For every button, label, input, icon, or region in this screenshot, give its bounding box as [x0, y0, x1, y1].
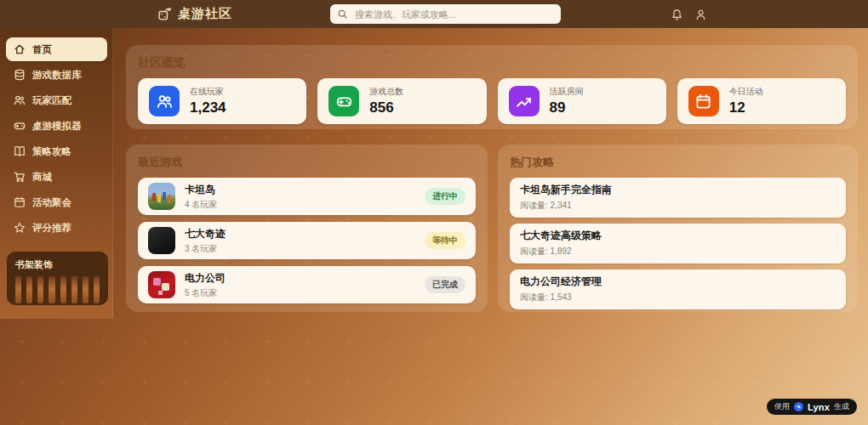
overview-panel: 社区概览 在线玩家 1,234: [126, 45, 858, 129]
gamepad-icon: [328, 86, 359, 116]
database-icon: [14, 69, 26, 81]
stat-card-total-games: 游戏总数 856: [317, 78, 486, 124]
sidebar-item-shop[interactable]: 商城: [6, 165, 107, 189]
calendar-icon: [14, 196, 26, 208]
recent-games-panel: 最近游戏 卡坦岛 4 名玩家 进行中 七大奇迹 3 名玩家 等待中 电力公司 5…: [126, 144, 488, 312]
sidebar-item-label: 玩家匹配: [32, 94, 71, 107]
sidebar-item-label: 活动聚会: [32, 196, 71, 209]
sidebar-item-game-database[interactable]: 游戏数据库: [6, 63, 107, 87]
top-bar: 桌游社区: [0, 0, 868, 28]
status-badge: 进行中: [425, 188, 465, 205]
stat-value: 856: [369, 99, 403, 116]
sidebar-item-label: 游戏数据库: [32, 69, 82, 82]
search-icon: [337, 8, 348, 20]
game-thumbnail: [148, 227, 175, 254]
lynx-badge-brand: Lynx: [808, 402, 830, 412]
open-book-icon: [14, 145, 26, 157]
guide-reads: 阅读量: 1,892: [520, 246, 836, 258]
game-players: 5 名玩家: [185, 287, 226, 299]
stat-label: 在线玩家: [190, 86, 226, 98]
game-row-7wonders[interactable]: 七大奇迹 3 名玩家 等待中: [138, 222, 476, 259]
popular-guides-panel: 热门攻略 卡坦岛新手完全指南 阅读量: 2,341 七大奇迹高级策略 阅读量: …: [498, 144, 858, 312]
bookshelf-title: 书架装饰: [15, 258, 100, 271]
bookshelf-card: 书架装饰: [7, 252, 108, 305]
lynx-badge-suffix: 生成: [834, 401, 849, 412]
sidebar-item-label: 评分推荐: [32, 222, 71, 235]
gamepad-icon: [14, 120, 26, 132]
stat-value: 12: [729, 99, 763, 116]
popular-guides-title: 热门攻略: [510, 155, 846, 170]
stat-value: 1,234: [190, 99, 226, 116]
game-row-catan[interactable]: 卡坦岛 4 名玩家 进行中: [138, 178, 476, 215]
game-thumbnail: [148, 183, 175, 210]
stat-label: 游戏总数: [369, 86, 403, 98]
cart-icon: [14, 171, 26, 183]
guide-card[interactable]: 七大奇迹高级策略 阅读量: 1,892: [510, 224, 846, 264]
sidebar-item-player-matching[interactable]: 玩家匹配: [6, 88, 107, 112]
home-icon: [14, 43, 26, 55]
overview-title: 社区概览: [138, 55, 846, 71]
star-icon: [14, 222, 26, 234]
guide-reads: 阅读量: 2,341: [520, 200, 836, 212]
stat-label: 活跃房间: [550, 86, 584, 98]
stats-row: 在线玩家 1,234 游戏总数 856: [138, 78, 846, 124]
lynx-badge-prefix: 使用: [774, 401, 790, 412]
lynx-badge[interactable]: 使用 Lynx 生成: [767, 399, 857, 415]
app-title: 桌游社区: [178, 6, 232, 22]
sidebar-item-events[interactable]: 活动聚会: [6, 190, 107, 214]
sidebar-item-home[interactable]: 首页: [6, 37, 107, 61]
game-players: 3 名玩家: [185, 243, 226, 255]
guide-reads: 阅读量: 1,543: [520, 292, 836, 303]
dice-logo-icon: [157, 7, 172, 21]
sidebar: 首页 游戏数据库 玩家匹配 桌游模拟器 策略攻略: [0, 28, 113, 319]
profile-button[interactable]: [693, 7, 708, 22]
sidebar-item-label: 策略攻略: [32, 145, 71, 158]
sidebar-item-strategy[interactable]: 策略攻略: [6, 139, 107, 163]
guide-title: 七大奇迹高级策略: [520, 229, 836, 243]
recent-games-title: 最近游戏: [138, 155, 476, 170]
stat-card-online-players: 在线玩家 1,234: [138, 78, 306, 124]
book-spines: [15, 276, 100, 303]
sidebar-item-simulator[interactable]: 桌游模拟器: [6, 114, 107, 138]
guide-title: 电力公司经济管理: [520, 275, 836, 289]
sidebar-item-ratings[interactable]: 评分推荐: [6, 216, 107, 240]
guide-card[interactable]: 电力公司经济管理 阅读量: 1,543: [510, 269, 846, 309]
status-badge: 已完成: [425, 276, 465, 293]
sidebar-item-label: 商城: [32, 171, 52, 184]
brand: 桌游社区: [157, 0, 232, 28]
calendar-icon: [688, 86, 719, 116]
sidebar-item-label: 桌游模拟器: [32, 120, 82, 133]
trending-up-icon: [509, 86, 540, 116]
game-name: 电力公司: [185, 271, 226, 286]
bell-icon: [671, 8, 683, 21]
users-icon: [149, 86, 180, 116]
lynx-logo-icon: [794, 402, 803, 411]
search-input[interactable]: [353, 8, 554, 20]
guide-title: 卡坦岛新手完全指南: [520, 183, 836, 197]
search-box[interactable]: [330, 4, 561, 24]
stat-label: 今日活动: [729, 86, 763, 98]
user-icon: [694, 8, 707, 21]
guide-card[interactable]: 卡坦岛新手完全指南 阅读量: 2,341: [510, 178, 846, 218]
sidebar-item-label: 首页: [32, 43, 52, 56]
stat-card-active-rooms: 活跃房间 89: [498, 78, 666, 124]
game-name: 卡坦岛: [185, 183, 217, 197]
game-row-powergrid[interactable]: 电力公司 5 名玩家 已完成: [138, 266, 476, 303]
stat-card-today-events: 今日活动 12: [677, 78, 846, 124]
game-thumbnail: [148, 271, 175, 298]
game-name: 七大奇迹: [185, 227, 226, 241]
stat-value: 89: [550, 99, 584, 116]
status-badge: 等待中: [425, 232, 465, 249]
notifications-button[interactable]: [669, 7, 684, 22]
game-players: 4 名玩家: [185, 199, 217, 211]
users-icon: [14, 94, 26, 106]
